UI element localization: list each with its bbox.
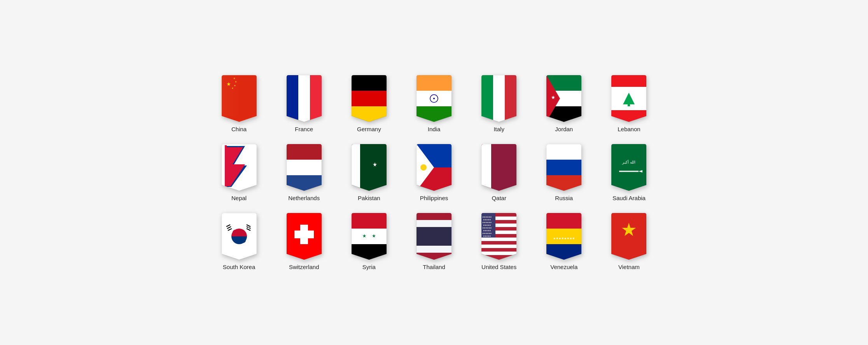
flag-bookmark-south-korea	[222, 213, 257, 260]
country-name-russia: Russia	[555, 195, 573, 201]
flag-bookmark-france	[287, 75, 322, 122]
country-name-united-states: United States	[481, 264, 516, 270]
flag-bookmark-philippines	[416, 144, 452, 191]
flag-item-india: India	[403, 75, 464, 132]
flag-item-jordan: Jordan	[534, 75, 595, 132]
flag-bookmark-syria	[352, 213, 387, 260]
svg-point-73	[233, 230, 238, 235]
flag-item-venezuela: ★★★★★★★★ Venezuela	[534, 213, 595, 270]
svg-rect-10	[310, 75, 322, 122]
flag-bookmark-united-states: ★★★★★★ ★★★★★ ★★★★★★ ★★★★★ ★★★★★★ ★★★★★ ★…	[481, 213, 516, 260]
country-name-thailand: Thailand	[423, 264, 445, 270]
svg-rect-32	[611, 75, 646, 87]
svg-rect-45	[287, 144, 322, 160]
flag-item-qatar: Qatar	[469, 144, 530, 201]
flag-item-germany: Germany	[338, 75, 399, 132]
svg-rect-22	[481, 75, 493, 122]
flag-bookmark-pakistan	[352, 144, 387, 191]
svg-rect-116	[546, 244, 581, 260]
svg-text:★★★★★★: ★★★★★★	[482, 232, 492, 234]
country-name-nepal: Nepal	[231, 195, 247, 201]
flag-item-russia: Russia	[534, 144, 595, 201]
country-name-jordan: Jordan	[555, 126, 573, 132]
svg-marker-41	[225, 145, 227, 188]
country-name-saudi-arabia: Saudi Arabia	[612, 195, 646, 201]
svg-rect-50	[352, 144, 360, 191]
svg-rect-95	[416, 227, 452, 246]
svg-text:★★★★★★: ★★★★★★	[482, 227, 492, 229]
flag-item-netherlands: Netherlands	[273, 144, 334, 201]
flag-item-syria: Syria	[338, 213, 399, 270]
svg-rect-62	[546, 144, 581, 160]
svg-rect-23	[493, 75, 505, 122]
flag-bookmark-qatar	[481, 144, 516, 191]
flag-item-philippines: Philippines	[403, 144, 464, 201]
flag-bookmark-germany	[352, 75, 387, 122]
svg-rect-36	[628, 103, 630, 106]
svg-rect-114	[546, 213, 581, 229]
country-name-germany: Germany	[357, 126, 381, 132]
svg-rect-64	[546, 175, 581, 191]
country-name-philippines: Philippines	[420, 195, 448, 201]
svg-rect-59	[481, 144, 491, 191]
country-name-netherlands: Netherlands	[288, 195, 320, 201]
flag-item-thailand: Thailand	[403, 213, 464, 270]
flag-item-south-korea: South Korea	[208, 213, 270, 270]
flag-bookmark-jordan	[546, 75, 581, 122]
svg-rect-102	[481, 245, 516, 248]
svg-rect-63	[546, 160, 581, 175]
country-name-qatar: Qatar	[492, 195, 506, 201]
svg-text:★★★★★: ★★★★★	[483, 235, 491, 237]
flag-item-vietnam: Vietnam	[598, 213, 660, 270]
svg-rect-101	[481, 238, 516, 241]
country-name-france: France	[295, 126, 313, 132]
svg-point-74	[240, 238, 246, 243]
svg-text:★★★★★: ★★★★★	[483, 224, 491, 226]
flag-bookmark-india	[416, 75, 452, 122]
svg-rect-85	[294, 231, 314, 238]
country-grid: China France	[201, 63, 667, 282]
svg-rect-34	[611, 110, 646, 122]
svg-text:الله أكبر: الله أكبر	[622, 160, 636, 165]
svg-rect-24	[505, 75, 516, 122]
svg-rect-87	[352, 213, 387, 229]
country-name-pakistan: Pakistan	[358, 195, 380, 201]
flag-bookmark-lebanon	[611, 75, 646, 122]
svg-rect-89	[352, 244, 387, 260]
flag-item-pakistan: Pakistan	[338, 144, 399, 201]
country-name-switzerland: Switzerland	[289, 264, 319, 270]
flag-bookmark-netherlands	[287, 144, 322, 191]
svg-text:★★★★★★: ★★★★★★	[482, 216, 492, 218]
flag-bookmark-china	[222, 75, 257, 122]
flag-item-saudi-arabia: الله أكبر Saudi Arabia	[598, 144, 660, 201]
flag-item-italy: Italy	[469, 75, 530, 132]
flag-bookmark-italy	[481, 75, 516, 122]
flag-bookmark-venezuela: ★★★★★★★★	[546, 213, 581, 260]
svg-rect-115	[546, 229, 581, 244]
svg-rect-8	[287, 75, 298, 122]
svg-rect-16	[416, 75, 452, 91]
flag-bookmark-thailand	[416, 213, 452, 260]
flag-bookmark-nepal	[222, 144, 257, 191]
svg-rect-47	[287, 175, 322, 191]
svg-text:★★★★★: ★★★★★	[483, 218, 491, 221]
country-name-italy: Italy	[494, 126, 504, 132]
country-name-south-korea: South Korea	[223, 264, 255, 270]
flag-item-china: China	[208, 75, 270, 132]
svg-rect-103	[481, 252, 516, 255]
flag-item-switzerland: Switzerland	[273, 213, 334, 270]
flag-bookmark-russia	[546, 144, 581, 191]
svg-text:★★★★★★★★: ★★★★★★★★	[553, 237, 575, 240]
country-name-china: China	[231, 126, 247, 132]
flag-bookmark-vietnam	[611, 213, 646, 260]
svg-rect-18	[416, 106, 452, 122]
flag-item-nepal: Nepal	[208, 144, 270, 201]
flag-bookmark-switzerland	[287, 213, 322, 260]
flag-item-united-states: ★★★★★★ ★★★★★ ★★★★★★ ★★★★★ ★★★★★★ ★★★★★ ★…	[469, 213, 530, 270]
svg-text:★★★★★: ★★★★★	[483, 229, 491, 232]
country-name-venezuela: Venezuela	[550, 264, 578, 270]
country-name-syria: Syria	[362, 264, 376, 270]
svg-rect-88	[352, 229, 387, 244]
svg-point-20	[433, 98, 435, 99]
country-name-lebanon: Lebanon	[618, 126, 640, 132]
